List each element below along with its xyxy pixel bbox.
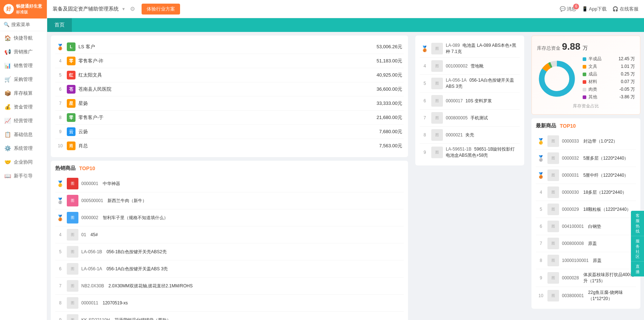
- nav-icon-purchase: 🛒: [4, 76, 11, 83]
- product-image: 图: [431, 78, 443, 89]
- product-code: 0000031: [562, 173, 579, 178]
- legend-list: 半成品 12.45 万 文具 1.01 万 成品 0.25 万 材料 0.07 …: [583, 56, 635, 102]
- nav-icon-sales: 📊: [4, 62, 11, 69]
- inventory-card: 库存总资金 9.88 万: [531, 36, 640, 115]
- rank-medal: 🥇: [537, 138, 545, 145]
- sidebar-item-operations[interactable]: 📈经营管理: [0, 114, 47, 128]
- customer-avatar: 红: [67, 71, 76, 79]
- hot-product-item: 8 图 0000011 12070519-xs: [55, 295, 404, 312]
- newest-product-item: 9 图 0000028 体炭荔枝味苏打饮品400毫升（1*15）: [536, 269, 636, 287]
- hot-products-title: 热销商品 TOP10: [55, 165, 404, 172]
- customer-list-item: 7 星 星扬 33,333.00元: [55, 97, 404, 111]
- product-code: 0000028: [562, 275, 579, 280]
- donut-chart: [537, 59, 577, 99]
- search-label: 搜索菜单: [11, 21, 30, 28]
- online-service[interactable]: 🎧 在线客服: [612, 6, 639, 12]
- product-name: 白钢垫: [588, 223, 601, 230]
- sidebar-item-guide[interactable]: 📖新手引导: [0, 169, 47, 183]
- float-btn-direct[interactable]: 直播: [631, 262, 644, 276]
- rank-num: 8: [57, 300, 64, 305]
- sidebar-item-purchase[interactable]: 🛒采购管理: [0, 73, 47, 86]
- product-info: LA-056-1A 056-1A白色按键开关盖ABS 3壳: [446, 77, 518, 90]
- float-btn-customer-service[interactable]: 客服 热线: [631, 211, 644, 236]
- sidebar-item-marketing[interactable]: 📢营销推广: [0, 45, 47, 59]
- sidebar-item-collab[interactable]: 🤝企业协同: [0, 155, 47, 169]
- customer-list-item: 6 苍 苍南县人民医院 36,600.00元: [55, 82, 404, 97]
- rank-num: 7: [421, 115, 428, 120]
- sidebar-item-inventory[interactable]: 📦库存核算: [0, 86, 47, 100]
- sidebar-item-sales[interactable]: 📊销售管理: [0, 59, 47, 73]
- product-image: 图: [547, 290, 559, 301]
- product-code: 01: [81, 232, 86, 237]
- legend-name: 其他: [588, 94, 617, 100]
- brand-name: 畅捷通好生意: [16, 4, 42, 9]
- hot-product-item: 4 图 01 45#: [55, 226, 404, 243]
- product-name: 新西兰牛肉（新牛）: [107, 198, 147, 204]
- product-name: 22g鱼豆腐-烧烤味（1*12*20）: [588, 290, 635, 302]
- middle-product-item: 🥉 图 LA-089 电池盖 LA-089 ABS本色+黑种 7.1克: [420, 40, 520, 58]
- customer-amount: 51,183.00元: [376, 58, 402, 64]
- left-panel: 🥉 L LS 客户 53,006.26元 4 零 零售客户-许 51,183.0…: [47, 32, 412, 320]
- float-btn-service-community[interactable]: 服务 社区: [631, 236, 644, 262]
- customer-avatar: 零: [67, 57, 76, 65]
- settings-icon[interactable]: ⚙: [130, 5, 135, 12]
- product-name: 体炭荔枝味苏打饮品400毫升（1*15）: [583, 272, 635, 284]
- middle-product-item: 6 图 0000017 10S 变料罗浆: [420, 93, 520, 110]
- rank-num: 10: [57, 143, 64, 148]
- rank-num: 7: [57, 283, 64, 288]
- customer-avatar: 星: [67, 99, 76, 108]
- product-name: 封边带（1.0*22）: [583, 138, 618, 144]
- legend-value: 1.01 万: [621, 63, 635, 70]
- rank-medal: 🥇: [57, 180, 64, 187]
- product-code: 0000032: [562, 156, 579, 161]
- product-image: 图: [67, 246, 78, 258]
- hot-products-list: 🥇 图 0000001 中华神器 🥈 图 000500001 新西兰牛肉（新牛）…: [55, 175, 404, 320]
- hot-product-item: 🥉 图 0000002 智利车子里（规格不知道填什么）: [55, 209, 404, 226]
- product-code: 0000002: [81, 215, 98, 220]
- nav-icon-marketing: 📢: [4, 49, 11, 55]
- newest-product-item: 4 图 0000030 18多层（1220*2440）: [536, 184, 636, 201]
- sidebar-item-system[interactable]: ⚙️系统管理: [0, 141, 47, 155]
- sidebar-item-quick-nav[interactable]: 🏠快捷导航: [0, 31, 47, 45]
- hot-product-item: 7 图 NB2.0X30B 2.0X30MM双搓花轴,搓花直径2.1MM/ROH…: [55, 278, 404, 295]
- search-icon: 🔍: [4, 22, 9, 27]
- rank-num: 8: [421, 132, 428, 138]
- legend-item: 材料 0.07 万: [583, 79, 635, 85]
- product-name: 中华神器: [103, 181, 120, 187]
- app-download[interactable]: 📱 App下载: [582, 6, 607, 12]
- product-name: 智利车子里（规格不知道填什么）: [103, 215, 168, 221]
- product-image: 图: [67, 212, 78, 223]
- sidebar-item-finance[interactable]: 💰资金管理: [0, 100, 47, 114]
- customer-list-item: 10 肖 肖总 7,563.00元: [55, 139, 404, 153]
- sidebar-item-basic[interactable]: 📋基础信息: [0, 128, 47, 141]
- middle-product-item: 5 图 LA-056-1A 056-1A白色按键开关盖ABS 3壳: [420, 75, 520, 93]
- sidebar-search[interactable]: 🔍 搜索菜单: [0, 19, 47, 31]
- system-title: 装备及固定资产辅助管理系统: [53, 6, 119, 12]
- hot-product-item: 🥈 图 000500001 新西兰牛肉（新牛）: [55, 192, 404, 209]
- nav-label-quick-nav: 快捷导航: [14, 35, 33, 41]
- legend-name: 成品: [588, 71, 619, 77]
- middle-products-card: 🥉 图 LA-089 电池盖 LA-089 ABS本色+黑种 7.1克 4 图 …: [415, 36, 524, 165]
- product-info: 0000017 10S 变料罗浆: [446, 98, 492, 104]
- dropdown-icon[interactable]: ▾: [122, 6, 125, 12]
- customer-amount: 33,333.00元: [376, 100, 402, 107]
- nav-label-operations: 经营管理: [14, 118, 33, 124]
- product-image: 图: [431, 95, 443, 107]
- breadcrumb-home[interactable]: 首页: [47, 18, 72, 32]
- nav-icon-guide: 📖: [4, 173, 11, 179]
- rank-num: 10: [537, 293, 545, 298]
- trial-button[interactable]: 体验行业方案: [142, 4, 180, 15]
- product-name: 花语萌恒温分罐罐袋（厚款）: [114, 317, 171, 320]
- rank-medal: 🥉: [537, 172, 545, 179]
- product-name: 12070519-xs: [103, 300, 128, 305]
- product-code: 0000029: [562, 207, 579, 212]
- product-name: 18颗粒板（1220*2440）: [583, 206, 631, 213]
- middle-product-item: 8 图 0000021 夹壳: [420, 127, 520, 144]
- legend-item: 其他 -3.86 万: [583, 94, 635, 100]
- rank-num: 9: [421, 150, 428, 155]
- nav-icon-system: ⚙️: [4, 145, 11, 152]
- product-image: 图: [547, 135, 559, 147]
- product-image: 图: [547, 152, 559, 164]
- float-buttons: 客服 热线服务 社区直播: [631, 211, 644, 276]
- message-badge-wrap[interactable]: 💬 6 消息: [560, 6, 576, 12]
